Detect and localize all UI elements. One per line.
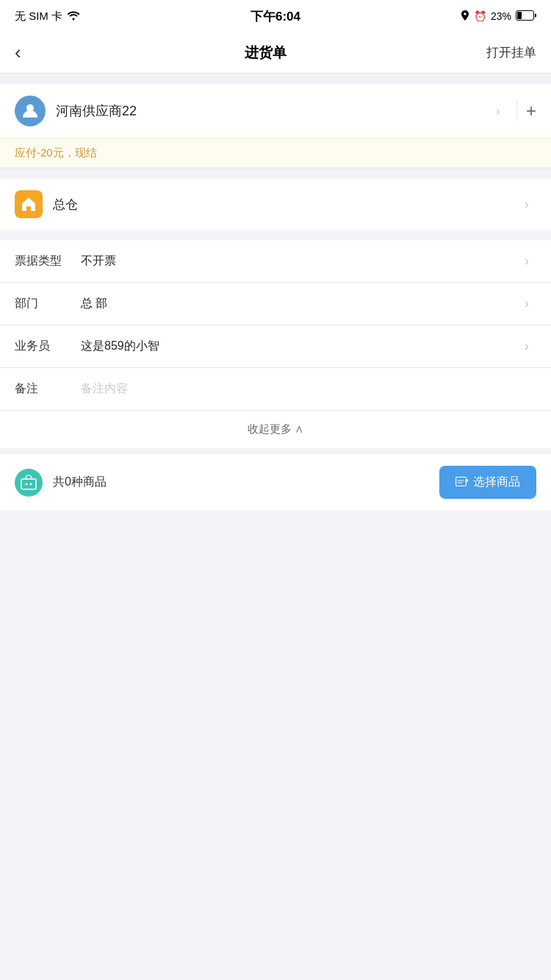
status-right: ⏰ 23% <box>461 10 536 23</box>
house-icon <box>21 196 37 212</box>
section-gap-1 <box>0 73 551 84</box>
info-banner: 应付-20元，现结 <box>0 138 551 168</box>
supplier-name: 河南供应商22 <box>56 102 496 120</box>
wifi-icon <box>67 10 80 23</box>
salesperson-chevron-icon: › <box>525 339 529 354</box>
invoice-value: 不开票 <box>81 253 525 269</box>
info-banner-text: 应付-20元，现结 <box>15 146 97 159</box>
supplier-chevron-icon: › <box>496 104 500 119</box>
form-row-invoice[interactable]: 票据类型 不开票 › <box>0 240 551 282</box>
location-icon <box>461 10 469 23</box>
invoice-label: 票据类型 <box>15 253 81 269</box>
department-label: 部门 <box>15 296 81 311</box>
page-title: 进货单 <box>245 43 287 62</box>
battery-icon <box>516 10 536 23</box>
warehouse-row[interactable]: 总仓 › <box>0 179 551 230</box>
collapse-button[interactable]: 收起更多 ∧ <box>0 410 551 448</box>
open-pending-button[interactable]: 打开挂单 <box>486 44 536 61</box>
goods-count-text: 共0种商品 <box>53 475 439 490</box>
warehouse-name: 总仓 <box>53 196 525 213</box>
svg-point-5 <box>30 483 32 485</box>
select-goods-label: 选择商品 <box>473 475 520 490</box>
svg-rect-1 <box>517 12 522 19</box>
form-row-note[interactable]: 备注 备注内容 <box>0 367 551 410</box>
warehouse-chevron-icon: › <box>525 197 529 212</box>
form-row-salesperson[interactable]: 业务员 这是859的小智 › <box>0 325 551 367</box>
status-time: 下午6:04 <box>251 8 300 25</box>
collapse-label: 收起更多 ∧ <box>248 422 303 435</box>
svg-point-4 <box>26 483 28 485</box>
back-button[interactable]: ‹ <box>15 41 44 64</box>
goods-icon <box>15 469 43 497</box>
vertical-divider <box>516 101 517 121</box>
salesperson-label: 业务员 <box>15 339 81 354</box>
salesperson-value: 这是859的小智 <box>81 339 525 354</box>
note-placeholder[interactable]: 备注内容 <box>81 381 536 397</box>
alarm-icon: ⏰ <box>474 10 486 22</box>
form-row-department[interactable]: 部门 总 部 › <box>0 282 551 325</box>
select-goods-icon <box>455 477 469 489</box>
svg-rect-3 <box>21 479 36 489</box>
invoice-chevron-icon: › <box>525 253 529 269</box>
section-gap-2 <box>0 168 551 179</box>
warehouse-icon <box>15 190 43 218</box>
supplier-avatar <box>15 96 46 126</box>
department-value: 总 部 <box>81 296 525 311</box>
cart-icon <box>21 475 37 491</box>
svg-rect-6 <box>456 477 467 486</box>
department-chevron-icon: › <box>525 296 529 311</box>
supplier-section: 河南供应商22 › + 应付-20元，现结 <box>0 84 551 168</box>
select-goods-button[interactable]: 选择商品 <box>439 466 536 499</box>
status-left: 无 SIM 卡 <box>15 10 80 24</box>
warehouse-section: 总仓 › <box>0 179 551 230</box>
supplier-row[interactable]: 河南供应商22 › + <box>0 84 551 138</box>
nav-bar: ‹ 进货单 打开挂单 <box>0 32 551 73</box>
carrier-text: 无 SIM 卡 <box>15 10 62 24</box>
form-section: 票据类型 不开票 › 部门 总 部 › 业务员 这是859的小智 › 备注 备注… <box>0 240 551 448</box>
status-bar: 无 SIM 卡 下午6:04 ⏰ 23% <box>0 0 551 32</box>
person-icon <box>21 101 40 120</box>
note-label: 备注 <box>15 381 81 397</box>
section-gap-3 <box>0 230 551 240</box>
bottom-bar: 共0种商品 选择商品 <box>0 448 551 511</box>
battery-text: 23% <box>491 10 511 22</box>
add-supplier-button[interactable]: + <box>526 101 536 121</box>
